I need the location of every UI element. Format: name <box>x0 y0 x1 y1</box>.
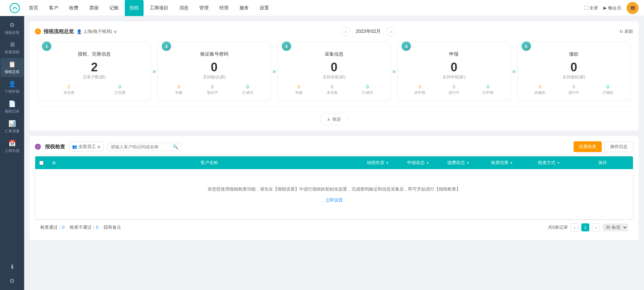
nav-service[interactable]: 服务 <box>235 0 254 16</box>
page-1-button[interactable]: 1 <box>581 223 589 231</box>
sidebar-item-tax-overview[interactable]: 📋 报税总览 <box>1 58 23 77</box>
nav-management[interactable]: 管理 <box>195 0 213 16</box>
operation-log-button[interactable]: 操作日志 <box>604 141 633 152</box>
th-pay-status[interactable]: 缴费状态 ▼ <box>438 156 479 169</box>
nav-home[interactable]: 首页 <box>24 0 43 16</box>
th-declare-status[interactable]: 申报状态 ▼ <box>398 156 438 169</box>
step-unit-2: 支持验证(家) <box>163 74 265 80</box>
search-button[interactable]: 🔍 <box>170 143 181 151</box>
filter-icon-1: ▼ <box>386 161 389 165</box>
arrow-2: » <box>272 67 276 75</box>
step-stat-5-2: 0 已缴款 <box>602 84 613 95</box>
search-input[interactable] <box>108 143 170 151</box>
location-text: 上海(电子税局) <box>83 28 112 34</box>
prev-month-button[interactable]: ‹ <box>341 27 350 36</box>
sidebar-label-annual-report: 工商年报 <box>5 148 19 153</box>
avatar[interactable]: 🐻 <box>627 2 639 14</box>
stat-num-4-0: 0 <box>419 84 421 89</box>
nav-items: 首页 客户 收费 票据 记账 报税 工商项目 消息 管理 经营 服务 设置 <box>24 0 584 16</box>
th-check-method[interactable]: 检查方式 ▼ <box>526 156 573 169</box>
collapse-button[interactable]: ∧ 收起 <box>320 113 348 125</box>
location-icon: 👤 <box>76 29 82 34</box>
sidebar-item-tax-record[interactable]: 📄 报税记录 <box>1 97 23 117</box>
nav-accounting[interactable]: 记账 <box>105 0 123 16</box>
tax-settings-icon: ⚙ <box>9 21 15 29</box>
stat-label-4-1: 进行中 <box>448 90 460 95</box>
tax-check-header: ○ 报税检查 👥 全部员工 ∨ 🔍 批量检查 操作日志 <box>35 141 633 152</box>
stat-num-3-1: 0 <box>331 84 334 89</box>
refresh-button[interactable]: ↻ 刷新 <box>620 28 633 34</box>
nav-fee[interactable]: 收费 <box>64 0 83 16</box>
per-page-select[interactable]: 30 条/页 <box>603 224 628 231</box>
step-unit-4: 支持申报(家) <box>403 74 505 80</box>
collapse-label: 收起 <box>332 116 341 122</box>
check-fail-num[interactable]: 0 <box>96 225 98 230</box>
nav-invoice[interactable]: 票据 <box>85 0 103 16</box>
vip-button[interactable]: ▶ 畅会员 <box>603 5 621 11</box>
sidebar-item-personal-tax[interactable]: 👤 个税申报 <box>1 78 23 97</box>
step-stat-2-2: 0 已成功 <box>242 84 253 95</box>
stat-label-1-1: 已完善 <box>114 90 125 95</box>
step-count-4: 0 <box>403 60 505 74</box>
th-tax-nature[interactable]: 纳税性质 ▼ <box>358 156 398 169</box>
tax-overview-icon: 📋 <box>8 61 16 68</box>
setup-link[interactable]: 立即设置 <box>325 197 343 203</box>
nav-tax[interactable]: 报税 <box>125 0 144 16</box>
stat-label-3-0: 失败 <box>295 90 303 95</box>
step-stats-5: 0 未缴款 0 进行中 0 已缴款 <box>523 84 625 95</box>
footer-stats: 检查通过：0 检查不通过：0 <box>40 224 98 230</box>
filter-icon-2: ▼ <box>426 161 429 165</box>
stat-num-4-1: 0 <box>452 84 455 89</box>
stat-label-3-2: 已成功 <box>362 90 373 95</box>
filter-icon-3: ▼ <box>466 161 470 165</box>
fullscreen-button[interactable]: ⛶ 全屏 <box>584 5 598 11</box>
settlement-icon: 📊 <box>8 120 16 127</box>
sidebar-item-tax-settings[interactable]: ⚙ 报税设置 <box>1 19 23 38</box>
nav-customer[interactable]: 客户 <box>44 0 63 16</box>
prev-page-button[interactable]: ‹ <box>571 223 579 231</box>
flow-overview-card: + 报税流程总览 👤 上海(电子税局) ∨ ‹ 2023年02月 › ↻ 刷新 <box>30 21 639 131</box>
nav-settings[interactable]: 设置 <box>255 0 274 16</box>
nav-business[interactable]: 工商项目 <box>145 0 173 16</box>
sidebar-gear[interactable]: ⚙ <box>1 275 23 287</box>
pagination: 共0条记录 ‹ 1 › 30 条/页 <box>548 223 628 231</box>
sidebar-item-settlement[interactable]: 📊 汇算清缴 <box>1 117 23 136</box>
step-title-3: 采集信息 <box>283 51 385 57</box>
sidebar-item-batch-tax[interactable]: 🖥 批量报税 <box>1 39 23 57</box>
nav-message[interactable]: 消息 <box>174 0 193 16</box>
main-layout: ⚙ 报税设置 🖥 批量报税 📋 报税总览 👤 个税申报 📄 报税记录 📊 汇算清… <box>0 16 644 290</box>
step-count-5: 0 <box>523 60 625 74</box>
step-stats-2: 0 失败 0 验证中 0 已成功 <box>163 84 265 95</box>
stat-label-2-0: 失败 <box>175 90 182 95</box>
step-unit-5: 支持缴款(家) <box>523 74 625 80</box>
table-body-empty: 若您想使用报税检查功能，请先在【报税设置】中进行报税的初始化设置，完成密码验证和… <box>35 169 633 219</box>
check-actions: 批量检查 操作日志 <box>574 141 633 152</box>
tax-check-title: 报税检查 <box>45 144 65 150</box>
th-check-result[interactable]: 检查结果 ▼ <box>479 156 526 169</box>
step-stat-2-0: 0 失败 <box>175 84 182 95</box>
employee-selector[interactable]: 👥 全部员工 ∨ <box>69 142 104 151</box>
arrow-3: » <box>392 67 396 75</box>
chevron-down-icon: ∨ <box>114 29 117 34</box>
step-stats-4: 0 未申报 0 进行中 0 已申报 <box>403 84 505 95</box>
table-header: ⚙ 客户名称 纳税性质 ▼ 申报状态 ▼ 缴费状态 ▼ <box>35 156 633 169</box>
sidebar-download[interactable]: ⬇ <box>1 261 23 273</box>
location-selector[interactable]: 👤 上海(电子税局) ∨ <box>76 28 117 34</box>
next-month-button[interactable]: › <box>386 27 395 36</box>
select-all-checkbox[interactable] <box>39 161 44 165</box>
nav-operation[interactable]: 经营 <box>215 0 233 16</box>
check-pass-num[interactable]: 0 <box>62 225 64 230</box>
logo <box>5 3 24 13</box>
batch-check-button[interactable]: 批量检查 <box>574 141 602 152</box>
tax-check-badge: ○ <box>35 144 41 150</box>
sidebar-label-batch-tax: 批量报税 <box>5 50 19 55</box>
refresh-label: 刷新 <box>625 28 633 34</box>
th-settings[interactable]: ⚙ <box>47 157 61 169</box>
sidebar-item-annual-report[interactable]: 📅 工商年报 <box>1 137 23 156</box>
step-stat-3-2: 0 已成功 <box>362 84 373 95</box>
th-checkbox[interactable] <box>35 157 47 168</box>
personal-tax-icon: 👤 <box>8 80 16 88</box>
gear-icon: ⚙ <box>9 277 15 285</box>
next-page-button[interactable]: › <box>592 223 600 231</box>
step-stat-3-0: 0 失败 <box>295 84 303 95</box>
